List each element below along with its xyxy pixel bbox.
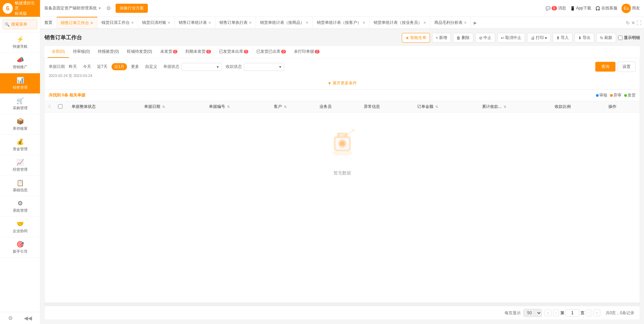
- tab-close-sales-summary-customer[interactable]: ✕: [362, 21, 365, 25]
- date-today[interactable]: 今天: [81, 63, 93, 70]
- date-more[interactable]: 更多: [129, 63, 141, 70]
- app-download-button[interactable]: 📱 App下载: [570, 5, 591, 11]
- sub-tab-pending-review[interactable]: 待审核(0): [69, 46, 94, 58]
- main-area: 装备及固定资产辅助管理系统 ▼ ⚙ 体验行业方案 💬 6 消息 📱 App下载 …: [40, 0, 644, 324]
- page-prev-button[interactable]: ‹: [553, 310, 559, 316]
- date-sort-icon[interactable]: ⇅: [162, 105, 165, 109]
- user-button[interactable]: Ea 用友: [621, 4, 640, 13]
- sidebar-item-sales[interactable]: 📊 销售管理: [0, 73, 40, 94]
- date-1month[interactable]: 近1月: [112, 63, 127, 70]
- tab-close-sales-stats[interactable]: ✕: [208, 21, 211, 25]
- sub-tab-wangpu-pending[interactable]: 旺铺待发货(0): [123, 46, 156, 58]
- tab-close-sales-summary-staff[interactable]: ✕: [423, 21, 426, 25]
- amount-sort-icon[interactable]: ⇅: [435, 105, 438, 109]
- topbar: 装备及固定资产辅助管理系统 ▼ ⚙ 体验行业方案 💬 6 消息 📱 App下载 …: [40, 0, 644, 17]
- tab-close-cash-reconcile[interactable]: ✕: [168, 21, 170, 25]
- date-7days[interactable]: 近7天: [95, 63, 110, 70]
- sidebar-item-guide[interactable]: 🎯 新手引导: [0, 237, 40, 258]
- date-custom[interactable]: 自定义: [143, 63, 159, 70]
- show-detail-checkbox[interactable]: 显示明细: [618, 35, 640, 41]
- date-yesterday[interactable]: 昨天: [67, 63, 79, 70]
- sidebar-item-operations[interactable]: 📈 经营管理: [0, 155, 40, 176]
- tab-sales-workbench[interactable]: 销售订单工作台 ✕: [57, 17, 97, 29]
- online-service-button[interactable]: 🎧 在线客服: [595, 5, 617, 11]
- page-last-button[interactable]: »: [593, 310, 600, 316]
- tab-cash-reconcile[interactable]: 钱货日清对账 ✕: [138, 17, 175, 29]
- customer-sort-icon[interactable]: ⇅: [284, 105, 287, 109]
- sub-tab-shipped-out[interactable]: 已发货已出库0: [252, 46, 290, 58]
- review-action-button[interactable]: 审核: [596, 92, 607, 98]
- tab-close-sales-summary-product[interactable]: ✕: [306, 21, 308, 25]
- tab-home[interactable]: 首页: [40, 17, 57, 29]
- expand-filter-button[interactable]: ▼ 展开更多条件: [328, 80, 357, 86]
- search-menu-button[interactable]: 🔍 搜索菜单: [3, 19, 37, 29]
- sub-tab-all[interactable]: 全部(0): [48, 46, 69, 58]
- tab-action-close-icon[interactable]: ✕: [631, 20, 635, 26]
- page-first-button[interactable]: «: [545, 310, 552, 316]
- sub-tab-shipped-not-out[interactable]: 已发货未出库0: [215, 46, 253, 58]
- payment-select[interactable]: ▾: [244, 63, 284, 71]
- sidebar-item-marketing[interactable]: 📣 营销推广: [0, 53, 40, 73]
- page-next-button[interactable]: ›: [586, 310, 592, 316]
- show-detail-input[interactable]: [618, 36, 622, 40]
- sub-tab-not-printed[interactable]: 未打印单据0: [290, 46, 324, 58]
- sidebar-item-system[interactable]: ⚙ 系统管理: [0, 196, 40, 217]
- stop-button[interactable]: ⊘ 中止: [475, 33, 495, 43]
- tab-close-cash-daily[interactable]: ✕: [131, 21, 134, 25]
- tab-sales-stats[interactable]: 销售订单统计表 ✕: [175, 17, 215, 29]
- sidebar-item-quick-nav[interactable]: ⚡ 快捷导航: [0, 32, 40, 53]
- smart-create-button[interactable]: ★ 智能生单: [402, 33, 430, 43]
- tab-close-product-margin[interactable]: ✕: [464, 21, 467, 25]
- page-number-input[interactable]: [566, 309, 579, 317]
- message-button[interactable]: 💬 6 消息: [546, 5, 566, 11]
- delete-button[interactable]: 🗑 删除: [453, 33, 473, 43]
- export-button[interactable]: ⬇ 导出: [574, 33, 594, 43]
- print-button[interactable]: 🖨 打印 ▾: [527, 33, 551, 43]
- tab-action-refresh-icon[interactable]: ↻: [626, 20, 630, 26]
- add-button[interactable]: + 新增: [432, 33, 451, 43]
- horizontal-scrollbar[interactable]: [45, 302, 640, 306]
- status-select[interactable]: ▾: [181, 63, 222, 71]
- tab-sales-summary-customer[interactable]: 销货单统计表（按客户） ✕: [313, 17, 370, 29]
- collapse-icon[interactable]: ◀◀: [24, 315, 32, 321]
- sidebar-item-finance[interactable]: 💰 资金管理: [0, 135, 40, 155]
- sidebar-item-inventory[interactable]: 📦 库存核算: [0, 114, 40, 135]
- sidebar-item-enterprise[interactable]: 🤝 企业协同: [0, 217, 40, 237]
- number-sort-icon[interactable]: ⇅: [227, 105, 230, 109]
- settings-button[interactable]: 设置: [617, 62, 636, 72]
- tab-sales-exec[interactable]: 销售订单执行表 ✕: [215, 17, 256, 29]
- cancel-stop-button[interactable]: ↩ 取消中止: [497, 33, 525, 43]
- import-button[interactable]: ⬆ 导入: [553, 33, 572, 43]
- tab-close-sales-exec[interactable]: ✕: [249, 21, 252, 25]
- industry-solution-button[interactable]: 体验行业方案: [116, 4, 148, 13]
- review-dot: [596, 94, 599, 97]
- topbar-settings-icon[interactable]: ⚙: [106, 5, 111, 11]
- sidebar-item-basic-info[interactable]: 📋 基础信息: [0, 176, 40, 196]
- settings-bottom-icon[interactable]: ⚙: [8, 315, 13, 321]
- query-button[interactable]: 查询: [595, 62, 615, 72]
- cancel-review-action-button[interactable]: 弃审: [610, 92, 621, 98]
- status-filter: 单据状态 ▾: [163, 63, 222, 71]
- select-all-checkbox[interactable]: [58, 104, 62, 109]
- tab-sales-summary-product[interactable]: 销货单统计表（按商品） ✕: [256, 17, 313, 29]
- sidebar-item-purchase[interactable]: 🛒 采购管理: [0, 94, 40, 114]
- status-select-arrow: ▾: [217, 65, 219, 69]
- tab-action-fullscreen-icon[interactable]: ⛶: [637, 20, 641, 26]
- sub-tab-not-shipped[interactable]: 未发货0: [156, 46, 182, 58]
- collected-sort-icon[interactable]: ⇅: [504, 105, 506, 109]
- enterprise-icon: 🤝: [16, 220, 24, 228]
- col-collected: 累计收款... ⇅: [479, 101, 551, 113]
- col-number: 单据编号 ⇅: [206, 101, 270, 113]
- ship-action-button[interactable]: 发货: [624, 92, 636, 98]
- refresh-button[interactable]: ↻ 刷新: [596, 33, 616, 43]
- tab-more-button[interactable]: ▶: [471, 21, 479, 25]
- sub-tab-overdue-not-shipped[interactable]: 到期未发货0: [181, 46, 215, 58]
- tab-close-sales-workbench[interactable]: ✕: [90, 21, 93, 25]
- tab-cash-daily[interactable]: 钱货日清工作台 ✕: [97, 17, 138, 29]
- system-title-dropdown[interactable]: 装备及固定资产辅助管理系统 ▼: [44, 5, 101, 11]
- date-options: 昨天 今天 近7天 近1月 更多 自定义: [67, 63, 159, 70]
- tab-sales-summary-staff[interactable]: 销货单统计表（按业务员） ✕: [370, 17, 430, 29]
- sub-tab-pending-inspect[interactable]: 待拣验货(0): [94, 46, 123, 58]
- tab-product-margin[interactable]: 商品毛利分析表 ✕: [430, 17, 471, 29]
- page-size-select[interactable]: 50 10 20 100: [523, 309, 542, 317]
